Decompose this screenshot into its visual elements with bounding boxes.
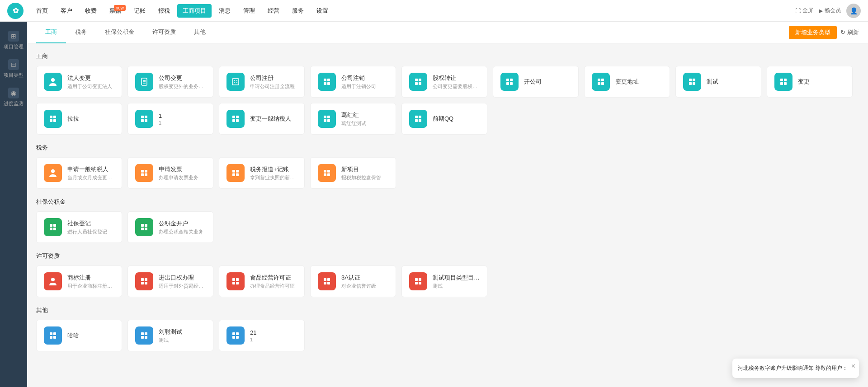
user-avatar[interactable]: 👤 — [846, 4, 861, 18]
card-desc: 进行人员社保登记 — [67, 228, 114, 235]
svg-rect-82 — [232, 282, 235, 284]
card-content: 税务报道+记账拿到营业执照的新公司 — [250, 165, 297, 181]
tab-工商[interactable]: 工商 — [36, 22, 66, 43]
nav-item-收费[interactable]: 收费 — [80, 4, 102, 18]
app-logo: ✿ — [7, 3, 24, 19]
svg-rect-86 — [324, 282, 326, 284]
card-qita-0[interactable]: 哈哈 — [36, 320, 122, 351]
card-icon — [592, 73, 610, 91]
card-gongshang-0[interactable]: 法人变更适用于公司变更法人 — [36, 66, 122, 98]
card-icon — [135, 218, 153, 236]
card-title: 公司注销 — [341, 74, 388, 82]
card-gongshang-6[interactable]: 变更地址 — [584, 66, 670, 98]
svg-rect-37 — [53, 119, 56, 122]
card-content: 食品经营许可证办理食品经营许可证 — [250, 274, 297, 289]
card-gongshang-3[interactable]: 公司注销适用于注销公司 — [310, 66, 396, 98]
fullscreen-icon: ⛶ — [795, 8, 801, 14]
card-xuke-1[interactable]: 进出口权办理适用于对外贸易经营者 — [127, 266, 213, 297]
svg-rect-5 — [232, 79, 239, 85]
card-content: 11 — [159, 112, 206, 126]
svg-point-54 — [51, 169, 55, 173]
svg-rect-22 — [598, 79, 600, 81]
svg-rect-8 — [234, 82, 235, 83]
svg-rect-11 — [327, 79, 330, 81]
card-qita-2[interactable]: 211 — [219, 320, 305, 351]
card-content: 公司变更股权变更外的业务变更 — [159, 74, 206, 90]
refresh-button[interactable]: ↻ 刷新 — [840, 28, 859, 37]
svg-rect-15 — [419, 79, 421, 81]
tab-其他[interactable]: 其他 — [185, 22, 215, 43]
nav-item-设置[interactable]: 设置 — [311, 4, 334, 18]
svg-rect-7 — [236, 80, 237, 81]
svg-rect-85 — [327, 278, 330, 281]
nav-item-服务[interactable]: 服务 — [287, 4, 309, 18]
card-shebao-1[interactable]: 公积金开户办理公积金相关业务 — [127, 211, 213, 243]
card-title: 刘聪测试 — [159, 328, 206, 336]
card-qita-1[interactable]: 刘聪测试测试 — [127, 320, 213, 351]
card-content: 申请发票办理申请发票业务 — [159, 165, 206, 181]
tab-bar-actions: 新增业务类型 ↻ 刷新 — [789, 26, 859, 39]
card-gongshang-9[interactable]: 拉拉 — [36, 103, 122, 135]
svg-rect-95 — [53, 336, 56, 339]
nav-item-消息[interactable]: 消息 — [213, 4, 236, 18]
card-icon — [44, 110, 62, 128]
nav-right: ⛶ 全屏 ▶ 畅会员 👤 — [795, 4, 861, 18]
sidebar-item-项目类型[interactable]: ⊟项目类型 — [0, 55, 27, 83]
card-icon — [135, 73, 153, 91]
card-title: 社保登记 — [67, 219, 114, 228]
card-icon — [409, 73, 427, 91]
card-shuiwu-2[interactable]: 税务报道+记账拿到营业执照的新公司 — [219, 157, 305, 189]
card-gongshang-7[interactable]: 测试 — [675, 66, 761, 98]
nav-item-首页[interactable]: 首页 — [31, 4, 53, 18]
fullscreen-button[interactable]: ⛶ 全屏 — [795, 7, 813, 14]
card-content: 前期QQ — [433, 115, 480, 123]
card-desc: 办理申请发票业务 — [159, 174, 206, 181]
sidebar: ⊞项目管理⊟项目类型◉进度监测 — [0, 22, 27, 387]
card-desc: 申请公司注册全流程 — [250, 83, 297, 90]
card-xuke-2[interactable]: 食品经营许可证办理食品经营许可证 — [219, 266, 305, 297]
card-gongshang-8[interactable]: 变更 — [767, 66, 853, 98]
card-content: 申请一般纳税人当月或次月成变更完成 — [67, 165, 114, 181]
card-shuiwu-3[interactable]: 新项目报税加税控盘保管 — [310, 157, 396, 189]
card-gongshang-11[interactable]: 变更一般纳税人 — [219, 103, 305, 135]
nav-item-工商项目[interactable]: 工商项目 — [177, 4, 212, 18]
card-gongshang-5[interactable]: 开公司 — [493, 66, 579, 98]
card-shuiwu-0[interactable]: 申请一般纳税人当月或次月成变更完成 — [36, 157, 122, 189]
card-gongshang-4[interactable]: 股权转让公司变更需要股权转让 — [401, 66, 487, 98]
sidebar-item-进度监测[interactable]: ◉进度监测 — [0, 83, 27, 112]
svg-rect-93 — [53, 332, 56, 335]
nav-item-报税[interactable]: 报税 — [153, 4, 175, 18]
card-xuke-4[interactable]: 测试项目类型目定义测试 — [401, 266, 487, 297]
card-gongshang-2[interactable]: 公司注册申请公司注册全流程 — [219, 66, 305, 98]
card-icon — [774, 73, 793, 91]
card-desc: 对企业信誉评级 — [341, 283, 388, 289]
card-gongshang-10[interactable]: 11 — [127, 103, 213, 135]
card-xuke-3[interactable]: 3A认证对企业信誉评级 — [310, 266, 396, 297]
card-desc: 报税加税控盘保管 — [341, 174, 388, 181]
card-gongshang-13[interactable]: 前期QQ — [401, 103, 487, 135]
section-xuke: 许可资质商标注册用于企业商标注册服务进出口权办理适用于对外贸易经营者食品经营许可… — [36, 252, 859, 297]
sidebar-icon: ⊞ — [8, 31, 19, 42]
svg-rect-84 — [324, 278, 326, 281]
card-gongshang-12[interactable]: 葛红红葛红红测试 — [310, 103, 396, 135]
card-icon — [226, 110, 245, 128]
new-type-button[interactable]: 新增业务类型 — [789, 26, 837, 39]
nav-item-客户[interactable]: 客户 — [55, 4, 78, 18]
svg-rect-69 — [50, 228, 52, 230]
card-desc: 适用于对外贸易经营者 — [159, 283, 206, 289]
member-button[interactable]: ▶ 畅会员 — [819, 7, 841, 14]
nav-item-经营[interactable]: 经营 — [262, 4, 285, 18]
tab-税务[interactable]: 税务 — [66, 22, 96, 43]
card-title: 拉拉 — [67, 115, 114, 123]
nav-item-管理[interactable]: 管理 — [238, 4, 260, 18]
nav-item-记账[interactable]: 记账 — [128, 4, 151, 18]
card-shuiwu-1[interactable]: 申请发票办理申请发票业务 — [127, 157, 213, 189]
notification-close-button[interactable]: × — [851, 362, 855, 370]
tab-许可资质[interactable]: 许可资质 — [143, 22, 185, 43]
tab-社保公积金[interactable]: 社保公积金 — [96, 22, 143, 43]
card-xuke-0[interactable]: 商标注册用于企业商标注册服务 — [36, 266, 122, 297]
sidebar-item-项目管理[interactable]: ⊞项目管理 — [0, 26, 27, 55]
nav-item-票据[interactable]: 票据new — [104, 4, 127, 18]
card-shebao-0[interactable]: 社保登记进行人员社保登记 — [36, 211, 122, 243]
card-gongshang-1[interactable]: 公司变更股权变更外的业务变更 — [127, 66, 213, 98]
